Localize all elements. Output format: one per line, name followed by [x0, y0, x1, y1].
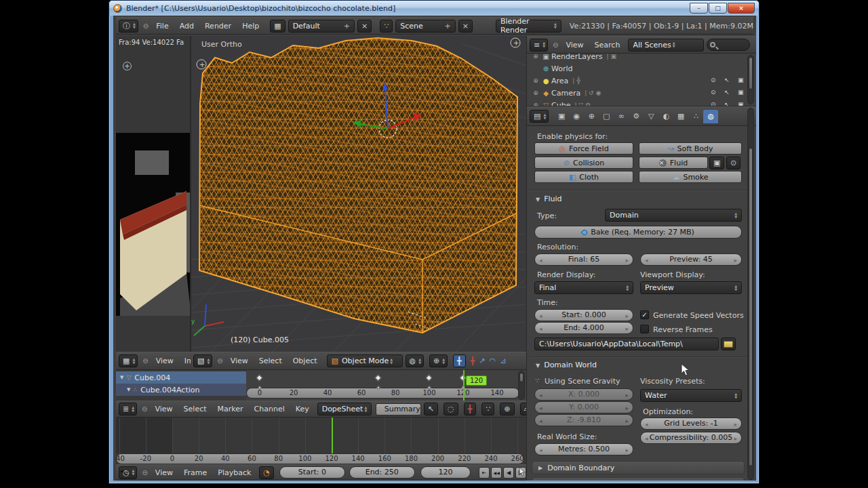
fluid-panel-header[interactable]: Fluid	[536, 195, 562, 203]
menu-add[interactable]: Add	[174, 22, 199, 30]
unlink-scene-button[interactable]: ×	[458, 20, 473, 33]
pivot-dropdown[interactable]: ⊕	[429, 354, 448, 367]
timeline-playhead[interactable]	[332, 418, 333, 453]
time-end-field[interactable]: End: 4.000	[534, 322, 633, 334]
select-toggle-icon[interactable]: ↖	[724, 101, 730, 106]
expand-icon[interactable]: ⊕	[531, 89, 540, 96]
menu-channel[interactable]: Channel	[249, 405, 290, 413]
collapse-menus-icon[interactable]: ⊖	[142, 469, 147, 476]
maximize-button[interactable]: □	[709, 3, 727, 14]
collapse-menus-icon[interactable]: ⊖	[143, 22, 149, 30]
menu-file[interactable]: File	[151, 22, 174, 30]
outliner-item-renderlayers[interactable]: ⊕▣RenderLayers| ▣	[527, 50, 756, 62]
scale-manipulator-icon[interactable]: ⊿	[498, 357, 508, 365]
render-display-dropdown[interactable]: Final	[534, 281, 633, 294]
speed-vectors-checkbox[interactable]: ✓	[640, 310, 649, 319]
grid-levels-field[interactable]: Grid Levels: -1	[640, 418, 742, 430]
add-scene-icon[interactable]: +	[445, 22, 451, 30]
scene-browse-button[interactable]: ∵	[380, 20, 393, 33]
dopesheet-ruler-bar[interactable]	[246, 388, 519, 399]
fluid-render-toggle[interactable]: ▣	[709, 157, 724, 169]
properties-scrollbar[interactable]	[747, 108, 754, 480]
metres-field[interactable]: Metres: 0.500	[534, 443, 633, 455]
dopesheet[interactable]: ▼▽Cube.004▼∴Cube.004Action 0204060801001…	[116, 370, 526, 401]
fluid-button[interactable]: ×Fluid	[639, 157, 708, 169]
bake-button[interactable]: Bake (Req. Memory: 27 MB)	[534, 226, 742, 239]
manipulator-toggle[interactable]: ╋	[453, 354, 466, 367]
render-toggle-icon[interactable]: ▣	[738, 77, 744, 83]
outliner-item-world[interactable]: ⊕World	[527, 62, 756, 75]
time-start-field[interactable]: Start: 0.000	[534, 309, 633, 321]
tab-texture-icon[interactable]: ▦	[673, 110, 688, 123]
expand-channel-icon[interactable]: ▼	[120, 375, 123, 380]
dopesheet-playhead[interactable]	[463, 370, 465, 401]
snap-button[interactable]: ╋	[464, 403, 477, 415]
collapse-menus-icon[interactable]: ⊖	[217, 357, 222, 365]
dopesheet-vscrollbar[interactable]	[518, 371, 525, 400]
tab-scene-icon[interactable]: ◉	[569, 110, 584, 123]
unlink-layout-button[interactable]: ×	[357, 20, 372, 33]
domain-world-panel-header[interactable]: Domain World	[536, 361, 597, 369]
menu-marker[interactable]: Marker	[212, 405, 249, 413]
outliner-item-cube[interactable]: ⊕▽Cube| ▽ ⚙⊙↖▣	[527, 99, 756, 106]
reverse-frames-checkbox[interactable]	[640, 325, 649, 333]
keyframe-diamond[interactable]	[375, 375, 382, 382]
collapse-menus-icon[interactable]: ⊖	[142, 405, 147, 413]
tab-material-icon[interactable]: ◐	[658, 110, 673, 123]
filter-screen-button[interactable]: ▱	[520, 403, 526, 415]
dopesheet-mode-dropdown[interactable]: DopeSheet	[317, 403, 372, 415]
tab-modifiers-icon[interactable]: ⚙	[629, 110, 644, 123]
mode-dropdown[interactable]: ▧Object Mode	[327, 354, 403, 367]
tab-render-icon[interactable]: ▣	[554, 110, 569, 123]
select-toggle-icon[interactable]: ↖	[724, 77, 730, 83]
force-field-button[interactable]: ◎Force Field	[534, 142, 633, 155]
rotate-manipulator-icon[interactable]: ◠	[488, 357, 498, 365]
tab-particles-icon[interactable]: ∴	[688, 110, 703, 123]
autokey-clock-button[interactable]: ◔	[259, 466, 274, 479]
dopesheet-keyframe-area[interactable]: 020406080100120140120	[246, 370, 526, 401]
dopesheet-channel[interactable]: ▼∴Cube.004Action	[116, 384, 246, 396]
render-engine-dropdown[interactable]: Blender Render	[496, 20, 561, 33]
editor-type-properties[interactable]: ▤	[530, 110, 549, 123]
editor-type-3dview[interactable]: ▧	[193, 354, 212, 367]
menu-view[interactable]: View	[151, 357, 179, 365]
editor-type-dopesheet[interactable]: ≣	[119, 403, 137, 415]
editor-type-image[interactable]: ▦	[119, 354, 138, 367]
tab-constraints-icon[interactable]: ∞	[614, 110, 629, 123]
tab-object-icon[interactable]: ▢	[599, 110, 614, 123]
domain-particles-panel-header[interactable]: Domain Particles	[532, 477, 745, 481]
titlebar[interactable]: Blender* [C:\Users\Usuario\Desktop\bizoc…	[109, 1, 759, 16]
tab-physics-icon[interactable]: ◍	[703, 110, 718, 123]
soft-body-button[interactable]: ↝Soft Body	[639, 142, 742, 155]
expand-icon[interactable]: ⊕	[531, 77, 540, 84]
eye-toggle-icon[interactable]: ⊙	[711, 77, 716, 83]
browse-folder-button[interactable]	[721, 338, 736, 350]
menu-view[interactable]: View	[150, 468, 178, 477]
render-toggle-icon[interactable]: ▣	[738, 101, 744, 106]
shading-dropdown[interactable]: ◍	[406, 354, 424, 367]
fluid-eye-toggle[interactable]: ⊙	[726, 157, 741, 169]
translate-manipulator-icon[interactable]: ╋	[469, 357, 477, 365]
expand-icon[interactable]: ⊕	[531, 53, 540, 60]
outliner-item-area[interactable]: ⊕●Area| ╬⊙↖▣	[527, 75, 756, 87]
add-layout-icon[interactable]: +	[344, 22, 350, 30]
cloth-button[interactable]: ◧Cloth	[534, 171, 633, 183]
collapse-menus-icon[interactable]: ⊖	[142, 357, 148, 365]
close-button[interactable]: ×	[728, 3, 755, 14]
menu-help[interactable]: Help	[237, 22, 264, 30]
screen-layout-field[interactable]: Default+	[288, 20, 355, 33]
outliner-scrollbar[interactable]	[747, 55, 754, 104]
menu-view[interactable]: View	[149, 405, 178, 413]
scene-field[interactable]: Scene+	[395, 20, 456, 33]
jump-to-start-button[interactable]: ⇤	[479, 467, 490, 479]
screen-layout-browse-button[interactable]: ▦	[270, 20, 285, 33]
expand-panel-icon[interactable]: +	[123, 62, 132, 70]
tab-world-icon[interactable]: ⊕	[584, 110, 599, 123]
cache-path-field[interactable]: C:\Users\Usuario\AppData\Local\Temp\	[534, 338, 719, 350]
menu-select[interactable]: Select	[254, 357, 288, 365]
expand-channel-icon[interactable]: ▼	[127, 387, 130, 392]
outliner-item-camera[interactable]: ⊕◆Camera| ↺ ◉⊙↖▣	[527, 87, 756, 99]
ghost-button[interactable]: ◌	[443, 403, 458, 415]
current-frame-field[interactable]: 120	[420, 466, 471, 479]
final-resolution-field[interactable]: Final: 65	[534, 253, 633, 266]
